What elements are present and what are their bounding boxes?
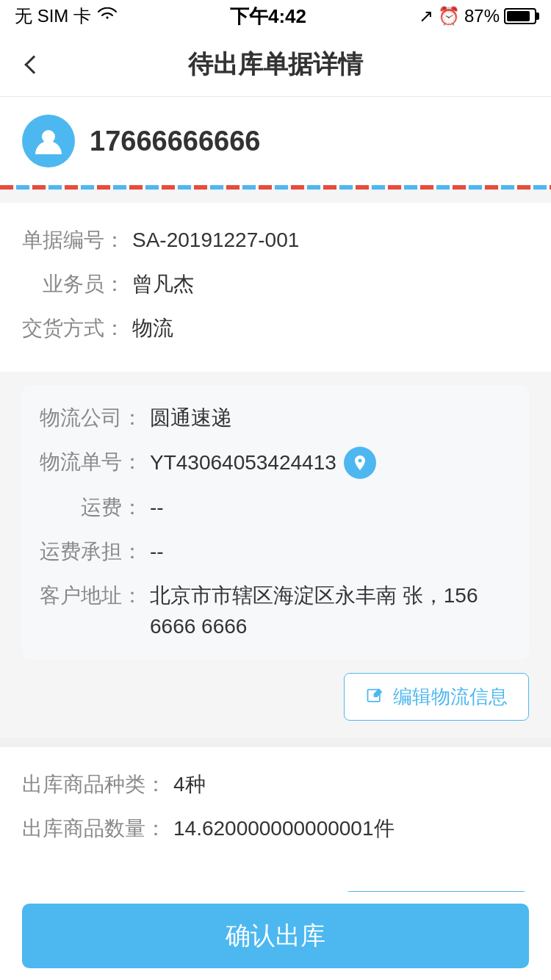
carrier-text: 无 SIM 卡 xyxy=(15,4,91,28)
sales-person-value: 曾凡杰 xyxy=(132,269,529,300)
battery-icon xyxy=(504,8,536,24)
freight-bearer-value: -- xyxy=(150,536,511,567)
status-left: 无 SIM 卡 xyxy=(15,4,118,28)
section-divider xyxy=(0,738,551,747)
edit-logistics-label: 编辑物流信息 xyxy=(393,684,508,710)
bottom-bar: 确认出库 xyxy=(0,892,551,980)
location-button[interactable] xyxy=(344,447,376,479)
freight-value: -- xyxy=(150,492,511,523)
status-right: ↗ ⏰ 87% xyxy=(419,6,536,26)
confirm-outbound-button[interactable]: 确认出库 xyxy=(22,904,529,968)
order-no-label: 单据编号： xyxy=(22,225,125,256)
back-button[interactable] xyxy=(18,48,50,81)
logistics-company-row: 物流公司： 圆通速递 xyxy=(40,403,511,433)
location-icon: ↗ xyxy=(419,6,433,26)
confirm-outbound-label: 确认出库 xyxy=(226,919,325,953)
order-info-section: 单据编号： SA-20191227-001 业务员： 曾凡杰 交货方式： 物流 xyxy=(0,203,551,372)
address-row: 客户地址： 北京市市辖区海淀区永丰南 张，156 6666 6666 xyxy=(40,580,511,642)
status-bar: 无 SIM 卡 下午4:42 ↗ ⏰ 87% xyxy=(0,0,551,32)
sales-person-label: 业务员： xyxy=(22,269,125,300)
address-label: 客户地址： xyxy=(40,580,143,611)
product-section: 出库商品种类： 4种 出库商品数量： 14.620000000000001件 xyxy=(0,747,551,879)
back-arrow-icon xyxy=(24,55,43,73)
product-types-value: 4种 xyxy=(173,769,529,800)
freight-label: 运费： xyxy=(40,492,143,523)
tracking-no-value: YT43064053424413 xyxy=(150,447,511,479)
user-section: 17666666666 xyxy=(0,97,551,185)
freight-bearer-label: 运费承担： xyxy=(40,536,143,567)
freight-row: 运费： -- xyxy=(40,492,511,523)
nav-bar: 待出库单据详情 xyxy=(0,32,551,97)
battery-text: 87% xyxy=(464,6,500,26)
alarm-icon: ⏰ xyxy=(438,6,460,26)
product-quantity-label: 出库商品数量： xyxy=(22,813,166,844)
dashed-divider xyxy=(0,185,551,190)
edit-logistics-section: 编辑物流信息 xyxy=(0,673,551,738)
edit-logistics-button[interactable]: 编辑物流信息 xyxy=(344,673,529,721)
logistics-card: 物流公司： 圆通速递 物流单号： YT43064053424413 运费： --… xyxy=(22,385,529,660)
sales-person-row: 业务员： 曾凡杰 xyxy=(22,269,529,300)
user-phone: 17666666666 xyxy=(90,126,260,157)
product-types-label: 出库商品种类： xyxy=(22,769,166,800)
edit-icon xyxy=(365,687,386,707)
order-no-row: 单据编号： SA-20191227-001 xyxy=(22,225,529,256)
tracking-no-row: 物流单号： YT43064053424413 xyxy=(40,447,511,479)
address-value: 北京市市辖区海淀区永丰南 张，156 6666 6666 xyxy=(150,580,511,642)
order-no-value: SA-20191227-001 xyxy=(132,225,529,256)
status-time: 下午4:42 xyxy=(230,4,306,29)
delivery-method-label: 交货方式： xyxy=(22,313,125,344)
logistics-company-label: 物流公司： xyxy=(40,403,143,433)
product-types-row: 出库商品种类： 4种 xyxy=(22,769,529,800)
map-pin-icon xyxy=(351,454,369,472)
delivery-method-value: 物流 xyxy=(132,313,529,344)
delivery-method-row: 交货方式： 物流 xyxy=(22,313,529,344)
logistics-company-value: 圆通速递 xyxy=(150,403,511,433)
freight-bearer-row: 运费承担： -- xyxy=(40,536,511,567)
avatar xyxy=(22,115,75,167)
tracking-no-label: 物流单号： xyxy=(40,447,143,478)
wifi-icon xyxy=(97,6,118,26)
page-title: 待出库单据详情 xyxy=(188,48,363,82)
product-quantity-value: 14.620000000000001件 xyxy=(173,813,529,844)
product-quantity-row: 出库商品数量： 14.620000000000001件 xyxy=(22,813,529,844)
user-icon xyxy=(32,125,65,157)
